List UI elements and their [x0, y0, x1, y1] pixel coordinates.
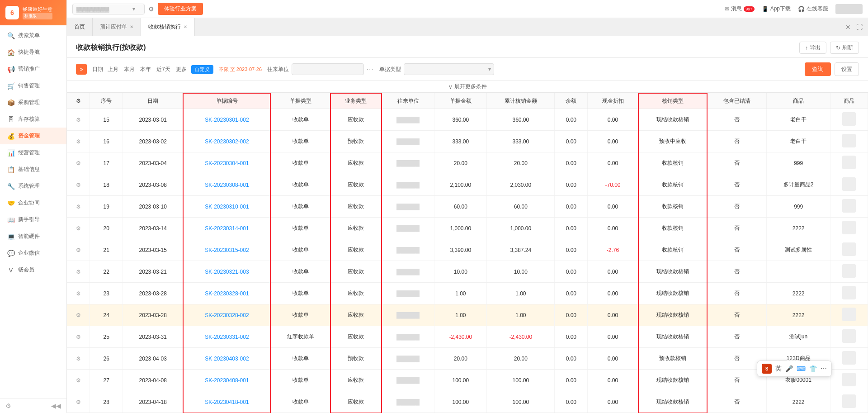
bill-no-link[interactable]: SK-20230308-001	[205, 182, 249, 188]
sidebar-item-sales[interactable]: 🛒销售管理	[0, 77, 66, 94]
bill-no-link[interactable]: SK-20230315-002	[205, 247, 249, 253]
sidebar-item-enterprise[interactable]: 🤝企业协同	[0, 195, 66, 211]
ime-skin-icon[interactable]: 👕	[809, 365, 817, 372]
cell-bill_no[interactable]: SK-20230301-002	[183, 109, 270, 131]
sidebar-label-finance: 资金管理	[18, 132, 40, 140]
date-btn-上月[interactable]: 上月	[106, 65, 120, 74]
sidebar-item-guide[interactable]: 📖新手引导	[0, 211, 66, 228]
export-btn[interactable]: ↑ 导出	[799, 42, 826, 54]
tab-close-all-icon[interactable]: ✕	[844, 22, 853, 33]
query-btn[interactable]: 查询	[805, 62, 831, 76]
cell-bill_no[interactable]: SK-20230308-001	[183, 174, 270, 196]
sidebar-item-system[interactable]: 🔧系统管理	[0, 178, 66, 195]
cell-cash_discount: 0.00	[588, 152, 638, 174]
sidebar-item-smart-hw[interactable]: 💻智能硬件	[0, 228, 66, 245]
sidebar-item-inventory[interactable]: 🗄库存核算	[0, 111, 66, 128]
industry-btn[interactable]: 体验行业方案	[158, 3, 203, 15]
bill-no-link[interactable]: SK-20230403-002	[205, 356, 249, 362]
cell-bill_no[interactable]: SK-20230328-001	[183, 283, 270, 304]
bill-no-link[interactable]: SK-20230314-001	[205, 225, 249, 232]
sidebar-item-finance[interactable]: 💰资金管理	[0, 128, 66, 144]
row-settings-icon[interactable]: ⚙	[76, 269, 81, 275]
receipt-type-select[interactable]: ▾	[404, 63, 494, 75]
bill-no-link[interactable]: SK-20230310-001	[205, 204, 249, 210]
sidebar-item-basic-info[interactable]: 📋基础信息	[0, 161, 66, 178]
date-btn-更多[interactable]: 更多	[174, 65, 189, 74]
row-settings-icon[interactable]: ⚙	[76, 225, 81, 232]
tab-receipt-verify[interactable]: 收款核销执行✕	[141, 18, 195, 36]
bill-no-link[interactable]: SK-20230304-001	[205, 160, 249, 166]
row-settings-icon[interactable]: ⚙	[76, 160, 81, 166]
cell-bill_no[interactable]: SK-20230408-001	[183, 370, 270, 391]
row-settings-icon[interactable]: ⚙	[76, 204, 81, 210]
row-settings-icon[interactable]: ⚙	[76, 290, 81, 297]
date-btn-本年[interactable]: 本年	[138, 65, 153, 74]
settings-btn[interactable]: 设置	[835, 62, 859, 76]
row-settings-icon[interactable]: ⚙	[76, 399, 81, 405]
custom-date-btn[interactable]: 自定义	[191, 65, 213, 74]
cell-bill_amount: 1,000.00	[434, 218, 487, 239]
row-settings-icon[interactable]: ⚙	[76, 356, 81, 362]
ime-keyboard-icon[interactable]: ⌨	[797, 365, 806, 372]
cell-bill_no[interactable]: SK-20230331-002	[183, 326, 270, 348]
row-settings-icon[interactable]: ⚙	[76, 377, 81, 384]
date-btn-近7天[interactable]: 近7天	[155, 65, 172, 74]
cell-bill_no[interactable]: SK-20230310-001	[183, 196, 270, 218]
cell-bill_no[interactable]: SK-20230403-002	[183, 348, 270, 370]
cell-bill_no[interactable]: SK-20230314-001	[183, 218, 270, 239]
col-header-settings[interactable]: ⚙	[67, 93, 90, 109]
cell-seq: 22	[90, 261, 123, 283]
ime-more-icon[interactable]: ⋯	[821, 365, 827, 372]
online-service-label: 在线客服	[807, 5, 828, 13]
ime-mic-icon[interactable]: 🎤	[785, 365, 793, 372]
bill-no-link[interactable]: SK-20230408-001	[205, 377, 249, 384]
col-header-verify_type: 核销类型	[638, 93, 707, 109]
sidebar-item-member[interactable]: V畅会员	[0, 261, 66, 278]
cell-bill_no[interactable]: SK-20230418-001	[183, 391, 270, 413]
bill-no-link[interactable]: SK-20230321-003	[205, 269, 249, 275]
row-settings-icon[interactable]: ⚙	[76, 247, 81, 253]
bill-no-link[interactable]: SK-20230328-001	[205, 290, 249, 297]
cell-bill_no[interactable]: SK-20230302-002	[183, 131, 270, 152]
row-settings-icon[interactable]: ⚙	[76, 334, 81, 340]
messages-action[interactable]: ✉ 消息 99+	[725, 5, 754, 13]
filter-expand-btn[interactable]: »	[76, 64, 87, 75]
counterpart-input[interactable]	[292, 63, 364, 75]
tab-close-advance-payment[interactable]: ✕	[130, 24, 133, 29]
sidebar-item-marketing[interactable]: 📢营销推广	[0, 61, 66, 77]
cell-bill_no[interactable]: SK-20230328-002	[183, 304, 270, 326]
header-select[interactable]: ▓▓▓▓▓▓▓▓▓ ▾	[72, 4, 145, 14]
bill-no-link[interactable]: SK-20230418-001	[205, 399, 249, 405]
tab-advance-payment[interactable]: 预计应付单✕	[93, 18, 141, 36]
header-gear-icon[interactable]: ⚙	[148, 5, 154, 13]
tab-home[interactable]: 首页	[67, 18, 93, 36]
cell-bill_no[interactable]: SK-20230304-001	[183, 152, 270, 174]
online-service-action[interactable]: 🎧 在线客服	[798, 5, 828, 13]
row-settings-icon[interactable]: ⚙	[76, 312, 81, 318]
bill-no-link[interactable]: SK-20230302-002	[205, 138, 249, 145]
refresh-btn[interactable]: ↻ 刷新	[830, 42, 859, 54]
expand-more-btn[interactable]: ∨ 展开更多条件	[448, 83, 487, 90]
tab-close-receipt-verify[interactable]: ✕	[184, 24, 187, 29]
masked-text: ██████	[396, 290, 420, 297]
row-settings-icon[interactable]: ⚙	[76, 117, 81, 123]
tab-fullscreen-icon[interactable]: ⛶	[854, 22, 864, 33]
bill-no-link[interactable]: SK-20230328-002	[205, 312, 249, 318]
sidebar-item-quick-nav[interactable]: 🏠快捷导航	[0, 44, 66, 61]
settings-footer-icon[interactable]: ⚙	[5, 402, 11, 409]
cell-bill_no[interactable]: SK-20230321-003	[183, 261, 270, 283]
date-btn-本月[interactable]: 本月	[122, 65, 137, 74]
sidebar-item-purchase[interactable]: 📦采购管理	[0, 94, 66, 111]
row-settings-icon[interactable]: ⚙	[76, 182, 81, 188]
sidebar-item-operations[interactable]: 📊经营管理	[0, 144, 66, 161]
sidebar-item-search[interactable]: 🔍搜索菜单	[0, 27, 66, 44]
ime-lang-btn[interactable]: 英	[775, 365, 782, 373]
app-download-action[interactable]: 📱 App下载	[762, 5, 791, 13]
bill-no-link[interactable]: SK-20230331-002	[205, 334, 249, 340]
bill-no-link[interactable]: SK-20230301-002	[205, 117, 249, 123]
cell-bill_no[interactable]: SK-20230315-002	[183, 239, 270, 261]
row-settings-icon[interactable]: ⚙	[76, 138, 81, 145]
collapse-icon[interactable]: ◀◀	[51, 402, 61, 409]
sidebar-item-wechat[interactable]: 💬企业微信	[0, 245, 66, 261]
sidebar-nav: 🔍搜索菜单🏠快捷导航📢营销推广🛒销售管理📦采购管理🗄库存核算💰资金管理📊经营管理…	[0, 25, 66, 398]
